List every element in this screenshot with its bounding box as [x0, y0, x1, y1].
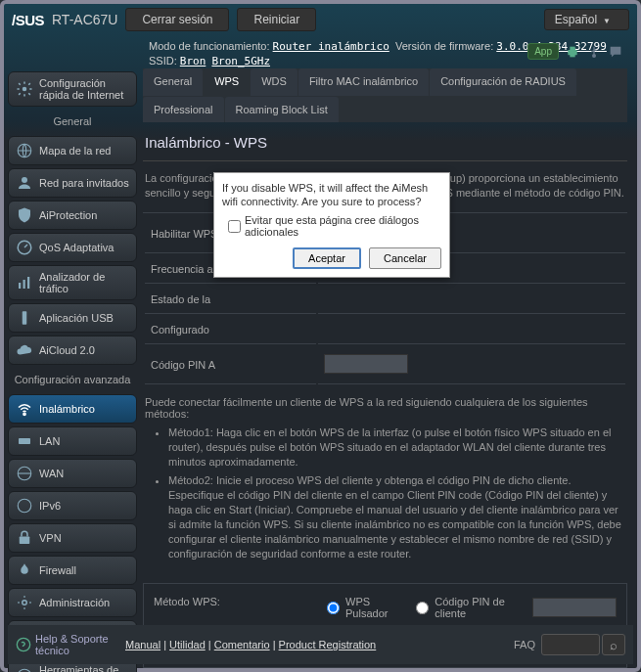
tab-roaming[interactable]: Roaming Block List [225, 97, 339, 122]
confirm-dialog: If you disable WPS, it will affect the A… [213, 172, 450, 278]
sidebar-aicloud[interactable]: AiCloud 2.0 [8, 336, 137, 365]
sidebar-aiprotection[interactable]: AiProtection [8, 201, 137, 230]
ssid-1: Bron [180, 55, 206, 67]
tools-icon [16, 667, 33, 672]
label-state: Estado de la [145, 286, 316, 314]
cloud-icon [16, 341, 33, 359]
svg-rect-11 [23, 311, 27, 325]
svg-point-6 [22, 177, 27, 183]
sidebar-wan[interactable]: WAN [8, 459, 137, 488]
sidebar-guest-network[interactable]: Red para invitados [8, 168, 137, 198]
radio-wps-pin[interactable] [416, 602, 429, 614]
sidebar-section-advanced: Configuración avanzada [8, 368, 137, 391]
link-feedback[interactable]: Comentario [214, 639, 270, 650]
user-icon [16, 174, 33, 192]
app-badge[interactable]: App [527, 43, 559, 60]
svg-point-17 [23, 601, 27, 605]
tab-mac-filter[interactable]: Filtro MAC inalámbrico [298, 68, 429, 96]
client-pin-input[interactable] [532, 598, 617, 617]
svg-rect-16 [20, 537, 30, 545]
cancel-button[interactable]: Cancelar [369, 247, 441, 269]
svg-rect-8 [19, 283, 21, 289]
sidebar-usb[interactable]: Aplicación USB [8, 303, 137, 333]
help-icon [16, 637, 31, 652]
dialog-message: If you disable WPS, it will affect the A… [222, 181, 441, 208]
method-2: Método2: Inicie el proceso WPS del clien… [168, 473, 625, 561]
radio-wps-push[interactable] [327, 602, 340, 614]
search-button[interactable]: ⌕ [602, 634, 625, 655]
printer-icon[interactable] [565, 44, 580, 60]
svg-rect-10 [27, 277, 29, 289]
wan-icon [16, 465, 33, 482]
footer: Help & Soporte técnico Manual | Utilidad… [8, 625, 633, 664]
suppress-checkbox-input[interactable] [228, 220, 241, 233]
faq-label: FAQ [514, 639, 535, 650]
language-selector[interactable]: Español [544, 9, 629, 30]
tab-wds[interactable]: WDS [251, 68, 298, 96]
pin-display [324, 354, 408, 374]
svg-rect-1 [570, 46, 574, 49]
sidebar-traffic[interactable]: Analizador de tráfico [8, 265, 137, 300]
label-configured: Configurado [145, 316, 316, 344]
methods-help: Puede conectar fácilmente un cliente de … [143, 386, 627, 575]
globe-icon [16, 142, 33, 159]
sidebar-vpn[interactable]: VPN [8, 523, 137, 553]
svg-point-12 [23, 413, 25, 415]
page-title: Inalámbrico - WPS [143, 122, 627, 161]
reboot-button[interactable]: Reiniciar [237, 8, 316, 31]
sidebar-network-map[interactable]: Mapa de la red [8, 136, 137, 165]
sidebar: Configuración rápida de Internet General… [8, 68, 137, 625]
ssid-2: Bron_5GHz [211, 55, 270, 67]
brand-logo: /SUS [12, 12, 44, 28]
accept-button[interactable]: Aceptar [293, 247, 361, 269]
svg-rect-13 [19, 438, 30, 444]
tab-professional[interactable]: Professional [143, 97, 224, 122]
link-registration[interactable]: Product Registration [279, 639, 377, 650]
sidebar-qos[interactable]: QoS Adaptativa [8, 233, 137, 262]
link-manual[interactable]: Manual [125, 639, 160, 650]
sidebar-lan[interactable]: LAN [8, 426, 137, 456]
sidebar-ipv6[interactable]: IPv6 [8, 491, 137, 520]
ipv6-icon [16, 497, 33, 515]
method-1: Método1: Haga clic en el botón WPS de la… [168, 426, 625, 470]
svg-rect-2 [570, 54, 574, 57]
feedback-icon[interactable] [608, 44, 623, 60]
firewall-icon [16, 561, 33, 579]
tab-radius[interactable]: Configuración de RADIUS [430, 68, 576, 96]
label-pin: Código PIN A [145, 346, 316, 384]
help-label: Help & Soporte técnico [35, 633, 114, 656]
admin-icon [16, 594, 33, 611]
chart-icon [16, 274, 33, 291]
search-input[interactable] [541, 634, 600, 655]
wifi-icon [16, 400, 33, 418]
main-content: General WPS WDS Filtro MAC inalámbrico C… [137, 68, 633, 625]
usb-icon[interactable] [586, 44, 602, 60]
sidebar-section-general: General [8, 110, 137, 133]
logout-button[interactable]: Cerrar sesión [125, 8, 229, 31]
svg-point-22 [17, 638, 29, 650]
operation-mode-link[interactable]: Router inalámbrico [273, 40, 389, 53]
suppress-dialogs-checkbox[interactable]: Evitar que esta página cree diálogos adi… [228, 214, 441, 238]
link-utility[interactable]: Utilidad [169, 639, 206, 650]
gear-icon [16, 80, 33, 98]
sidebar-wireless[interactable]: Inalámbrico [8, 394, 137, 424]
gauge-icon [16, 239, 33, 256]
tab-wps[interactable]: WPS [204, 68, 250, 96]
shield-icon [16, 206, 33, 224]
svg-rect-9 [23, 280, 25, 289]
model-name: RT-AC67U [52, 12, 117, 27]
tab-general[interactable]: General [143, 68, 203, 96]
sidebar-firewall[interactable]: Firewall [8, 556, 137, 585]
sidebar-quick-setup[interactable]: Configuración rápida de Internet [8, 71, 137, 107]
svg-point-15 [18, 499, 31, 513]
svg-point-4 [23, 87, 27, 92]
vpn-icon [16, 529, 33, 547]
lan-icon [16, 432, 33, 450]
usb-app-icon [16, 309, 33, 327]
sidebar-admin[interactable]: Administración [8, 588, 137, 617]
